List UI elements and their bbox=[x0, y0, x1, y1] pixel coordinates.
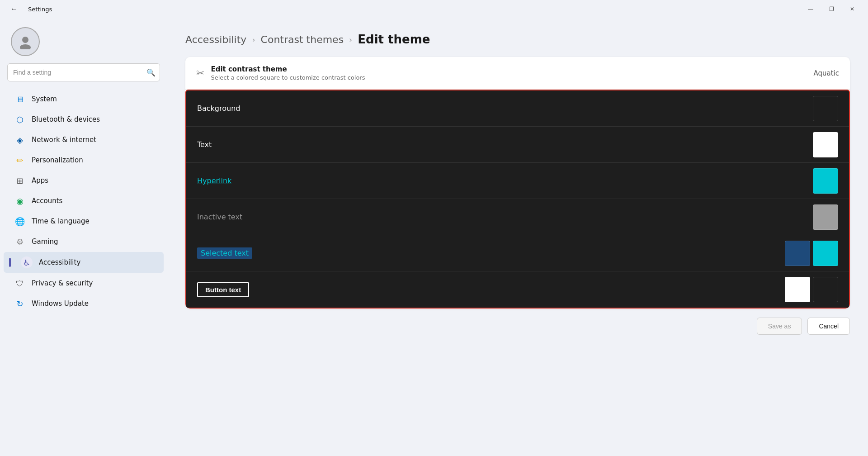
sidebar-label-gaming: Gaming bbox=[32, 238, 58, 246]
title-bar-left: ← Settings bbox=[4, 2, 52, 16]
swatch-text-0[interactable] bbox=[813, 132, 838, 157]
back-button[interactable]: ← bbox=[4, 2, 24, 16]
swatches-inactive-text bbox=[813, 204, 838, 230]
window-controls: — ❐ ✕ bbox=[800, 2, 863, 16]
sidebar-item-bluetooth[interactable]: ⬡Bluetooth & devices bbox=[4, 109, 164, 129]
search-input[interactable] bbox=[7, 63, 160, 81]
card-header-title: Edit contrast theme bbox=[211, 65, 365, 73]
gaming-icon: ⚙ bbox=[14, 236, 25, 247]
button-text-preview[interactable]: Button text bbox=[197, 282, 249, 297]
accounts-icon: ◉ bbox=[14, 195, 25, 206]
label-hyperlink[interactable]: Hyperlink bbox=[197, 176, 231, 185]
sidebar-label-accounts: Accounts bbox=[32, 197, 62, 205]
sidebar-item-system[interactable]: 🖥System bbox=[4, 89, 164, 109]
sidebar-label-system: System bbox=[32, 95, 57, 103]
network-icon: ◈ bbox=[14, 134, 25, 145]
search-box[interactable]: 🔍 bbox=[7, 63, 160, 81]
sidebar-item-accessibility[interactable]: ♿Accessibility bbox=[4, 252, 164, 273]
breadcrumb-sep-1: › bbox=[252, 35, 255, 44]
title-bar: ← Settings — ❐ ✕ bbox=[0, 0, 868, 18]
theme-row-selected-text: Selected text bbox=[186, 235, 849, 271]
swatches-button-text bbox=[785, 277, 838, 302]
swatches-text bbox=[813, 132, 838, 157]
sidebar-label-bluetooth: Bluetooth & devices bbox=[32, 115, 100, 124]
sidebar-label-update: Windows Update bbox=[32, 299, 89, 308]
scissors-icon: ✂ bbox=[196, 67, 204, 79]
svg-point-0 bbox=[22, 37, 28, 43]
breadcrumb-sep-2: › bbox=[349, 35, 352, 44]
breadcrumb: Accessibility › Contrast themes › Edit t… bbox=[185, 18, 850, 57]
apps-icon: ⊞ bbox=[14, 175, 25, 186]
accessibility-icon: ♿ bbox=[21, 256, 33, 268]
privacy-icon: 🛡 bbox=[14, 278, 25, 289]
theme-row-hyperlink: Hyperlink bbox=[186, 163, 849, 199]
card-header: ✂ Edit contrast theme Select a colored s… bbox=[185, 57, 850, 90]
label-inactive-text: Inactive text bbox=[197, 213, 242, 221]
cancel-button[interactable]: Cancel bbox=[807, 318, 850, 335]
swatch-button-text-1[interactable] bbox=[813, 277, 838, 302]
theme-row-text: Text bbox=[186, 127, 849, 163]
swatches-background bbox=[813, 96, 838, 121]
sidebar-item-personalization[interactable]: ✏Personalization bbox=[4, 150, 164, 170]
sidebar-item-apps[interactable]: ⊞Apps bbox=[4, 171, 164, 190]
app-body: 🔍 🖥System⬡Bluetooth & devices◈Network & … bbox=[0, 18, 868, 456]
theme-name-value: Aquatic bbox=[813, 69, 839, 77]
active-indicator bbox=[9, 258, 11, 267]
swatch-selected-text-0[interactable] bbox=[785, 241, 810, 266]
update-icon: ↻ bbox=[14, 298, 25, 309]
sidebar-label-apps: Apps bbox=[32, 176, 48, 185]
sidebar-item-privacy[interactable]: 🛡Privacy & security bbox=[4, 273, 164, 293]
sidebar: 🔍 🖥System⬡Bluetooth & devices◈Network & … bbox=[0, 18, 167, 456]
theme-editor: BackgroundTextHyperlinkInactive textSele… bbox=[185, 90, 850, 309]
theme-row-inactive-text: Inactive text bbox=[186, 199, 849, 235]
swatch-hyperlink-0[interactable] bbox=[813, 168, 838, 194]
maximize-button[interactable]: ❐ bbox=[821, 2, 842, 16]
breadcrumb-edit-theme: Edit theme bbox=[358, 33, 430, 46]
main-content: Accessibility › Contrast themes › Edit t… bbox=[167, 18, 868, 456]
avatar-area bbox=[0, 18, 167, 63]
avatar bbox=[11, 27, 40, 56]
sidebar-label-privacy: Privacy & security bbox=[32, 279, 93, 287]
sidebar-item-accounts[interactable]: ◉Accounts bbox=[4, 191, 164, 211]
label-text: Text bbox=[197, 140, 212, 149]
bottom-actions: Save as Cancel bbox=[185, 318, 850, 335]
sidebar-item-network[interactable]: ◈Network & internet bbox=[4, 130, 164, 150]
card-header-left: ✂ Edit contrast theme Select a colored s… bbox=[196, 65, 365, 81]
personalization-icon: ✏ bbox=[14, 155, 25, 166]
sidebar-label-accessibility: Accessibility bbox=[39, 258, 80, 266]
system-icon: 🖥 bbox=[14, 94, 25, 104]
save-as-button[interactable]: Save as bbox=[757, 318, 802, 335]
sidebar-item-time[interactable]: 🌐Time & language bbox=[4, 211, 164, 231]
card-header-subtitle: Select a colored square to customize con… bbox=[211, 74, 365, 81]
minimize-button[interactable]: — bbox=[800, 2, 821, 16]
swatch-background-0[interactable] bbox=[813, 96, 838, 121]
window-title: Settings bbox=[28, 6, 52, 13]
breadcrumb-accessibility[interactable]: Accessibility bbox=[185, 34, 246, 45]
sidebar-item-gaming[interactable]: ⚙Gaming bbox=[4, 232, 164, 252]
swatches-selected-text bbox=[785, 241, 838, 266]
close-button[interactable]: ✕ bbox=[842, 2, 863, 16]
edit-theme-card: ✂ Edit contrast theme Select a colored s… bbox=[185, 57, 850, 309]
theme-row-button-text: Button text bbox=[186, 271, 849, 308]
swatches-hyperlink bbox=[813, 168, 838, 194]
bluetooth-icon: ⬡ bbox=[14, 114, 25, 125]
swatch-selected-text-1[interactable] bbox=[813, 241, 838, 266]
label-background: Background bbox=[197, 104, 240, 113]
breadcrumb-contrast-themes[interactable]: Contrast themes bbox=[261, 34, 344, 45]
sidebar-label-network: Network & internet bbox=[32, 136, 96, 144]
nav-container: 🖥System⬡Bluetooth & devices◈Network & in… bbox=[0, 89, 167, 314]
time-icon: 🌐 bbox=[14, 216, 25, 227]
sidebar-label-personalization: Personalization bbox=[32, 156, 83, 164]
svg-point-1 bbox=[20, 44, 31, 49]
sidebar-item-update[interactable]: ↻Windows Update bbox=[4, 294, 164, 314]
swatch-button-text-0[interactable] bbox=[785, 277, 810, 302]
card-header-text: Edit contrast theme Select a colored squ… bbox=[211, 65, 365, 81]
label-selected-text: Selected text bbox=[197, 247, 252, 259]
theme-row-background: Background bbox=[186, 90, 849, 127]
swatch-inactive-text-0[interactable] bbox=[813, 204, 838, 230]
sidebar-label-time: Time & language bbox=[32, 217, 90, 225]
